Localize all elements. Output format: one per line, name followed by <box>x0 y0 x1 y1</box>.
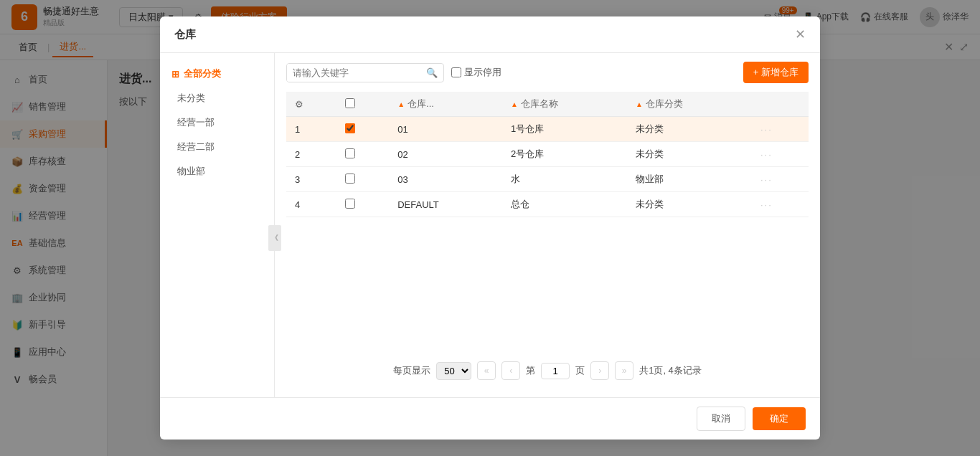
row-category-1: 未分类 <box>627 117 752 142</box>
col-checkbox-header[interactable] <box>336 92 390 117</box>
col-actions-header <box>752 92 809 117</box>
grid-icon: ⊞ <box>171 69 179 80</box>
sort-icon: ▲ <box>397 100 405 108</box>
row-index-4: 4 <box>286 192 336 217</box>
table-row[interactable]: 2 02 2号仓库 未分类 ··· <box>286 142 809 167</box>
col-category-label: 仓库分类 <box>646 98 683 110</box>
col-name-header[interactable]: ▲ 仓库名称 <box>502 92 627 117</box>
row-actions-3: ··· <box>752 167 809 192</box>
more-actions-icon[interactable]: ··· <box>760 124 773 135</box>
category-sidebar: ⊞ 全部分类 未分类 经营一部 经营二部 物业部 《 <box>160 53 275 397</box>
collapse-sidebar-button[interactable]: 《 <box>268 225 281 251</box>
row-name-1: 1号仓库 <box>502 117 627 142</box>
per-page-select[interactable]: 50 <box>436 362 471 380</box>
add-warehouse-button[interactable]: + 新增仓库 <box>743 62 809 83</box>
category-item-property[interactable]: 物业部 <box>160 159 274 184</box>
category-item-ops1[interactable]: 经营一部 <box>160 110 274 135</box>
row-checkbox-1[interactable] <box>336 117 390 142</box>
confirm-button[interactable]: 确定 <box>753 407 806 430</box>
row-checkbox-2[interactable] <box>336 142 390 167</box>
search-input[interactable] <box>287 64 420 82</box>
first-page-button[interactable]: « <box>477 361 496 380</box>
row-code-1: 01 <box>389 117 502 142</box>
row-code-3: 03 <box>389 167 502 192</box>
prev-page-button[interactable]: ‹ <box>501 361 520 380</box>
row-category-3: 物业部 <box>627 167 752 192</box>
row-name-4: 总仓 <box>502 192 627 217</box>
row-index-3: 3 <box>286 167 336 192</box>
col-category-header[interactable]: ▲ 仓库分类 <box>627 92 752 117</box>
modal-toolbar: 🔍 显示停用 + 新增仓库 <box>286 62 809 83</box>
table-settings-icon[interactable]: ⚙ <box>295 99 303 110</box>
more-actions-icon[interactable]: ··· <box>760 199 773 210</box>
modal-close-button[interactable]: ✕ <box>795 27 806 42</box>
row-index-2: 2 <box>286 142 336 167</box>
page-label: 第 <box>526 364 535 377</box>
modal-footer: 取消 确定 <box>160 397 820 440</box>
show-disabled-checkbox[interactable] <box>451 67 461 77</box>
row-checkbox-4[interactable] <box>336 192 390 217</box>
cancel-button[interactable]: 取消 <box>697 407 745 431</box>
category-item-unclassified[interactable]: 未分类 <box>160 86 274 110</box>
col-name-label: 仓库名称 <box>521 98 558 110</box>
more-actions-icon[interactable]: ··· <box>760 149 773 160</box>
col-code-label: 仓库... <box>407 98 434 110</box>
row-code-2: 02 <box>389 142 502 167</box>
warehouse-table: ⚙ ▲ 仓库... <box>286 92 809 217</box>
show-disabled-checkbox-label[interactable]: 显示停用 <box>451 66 501 79</box>
row-actions-2: ··· <box>752 142 809 167</box>
table-row[interactable]: 3 03 水 物业部 ··· <box>286 167 809 192</box>
page-input[interactable] <box>541 363 570 379</box>
name-sort-icon: ▲ <box>511 100 518 108</box>
page-unit: 页 <box>575 364 585 377</box>
row-code-4: DEFAULT <box>389 192 502 217</box>
per-page-label: 每页显示 <box>393 364 430 377</box>
table-row[interactable]: 1 01 1号仓库 未分类 ··· <box>286 117 809 142</box>
all-category-label: 全部分类 <box>184 67 221 80</box>
row-category-2: 未分类 <box>627 142 752 167</box>
pagination-bar: 每页显示 50 « ‹ 第 页 › » 共1页, 4条记录 <box>286 353 809 389</box>
row-actions-1: ··· <box>752 117 809 142</box>
table-row[interactable]: 4 DEFAULT 总仓 未分类 ··· <box>286 192 809 217</box>
category-item-ops2[interactable]: 经营二部 <box>160 135 274 159</box>
row-index-1: 1 <box>286 117 336 142</box>
row-actions-4: ··· <box>752 192 809 217</box>
search-icon[interactable]: 🔍 <box>420 64 443 82</box>
col-code-header[interactable]: ▲ 仓库... <box>389 92 502 117</box>
col-settings-header[interactable]: ⚙ <box>286 92 336 117</box>
modal-title: 仓库 <box>174 28 196 42</box>
row-checkbox-3[interactable] <box>336 167 390 192</box>
last-page-button[interactable]: » <box>615 361 633 380</box>
modal-body: ⊞ 全部分类 未分类 经营一部 经营二部 物业部 《 🔍 <box>160 53 820 397</box>
modal-right-panel: 🔍 显示停用 + 新增仓库 ⚙ <box>275 53 820 397</box>
row-name-2: 2号仓库 <box>502 142 627 167</box>
table-header-row: ⚙ ▲ 仓库... <box>286 92 809 117</box>
warehouse-modal: 仓库 ✕ ⊞ 全部分类 未分类 经营一部 经营二部 物业部 《 <box>160 16 820 440</box>
total-label: 共1页, 4条记录 <box>639 364 702 377</box>
cat-sort-icon: ▲ <box>636 100 643 108</box>
search-box: 🔍 <box>286 63 444 82</box>
select-all-checkbox[interactable] <box>345 98 355 108</box>
row-category-4: 未分类 <box>627 192 752 217</box>
show-disabled-label: 显示停用 <box>464 66 501 79</box>
modal-header: 仓库 ✕ <box>160 16 820 53</box>
more-actions-icon[interactable]: ··· <box>760 174 773 185</box>
row-name-3: 水 <box>502 167 627 192</box>
modal-overlay: 仓库 ✕ ⊞ 全部分类 未分类 经营一部 经营二部 物业部 《 <box>0 0 980 456</box>
next-page-button[interactable]: › <box>590 361 609 380</box>
all-category-header[interactable]: ⊞ 全部分类 <box>160 62 274 86</box>
